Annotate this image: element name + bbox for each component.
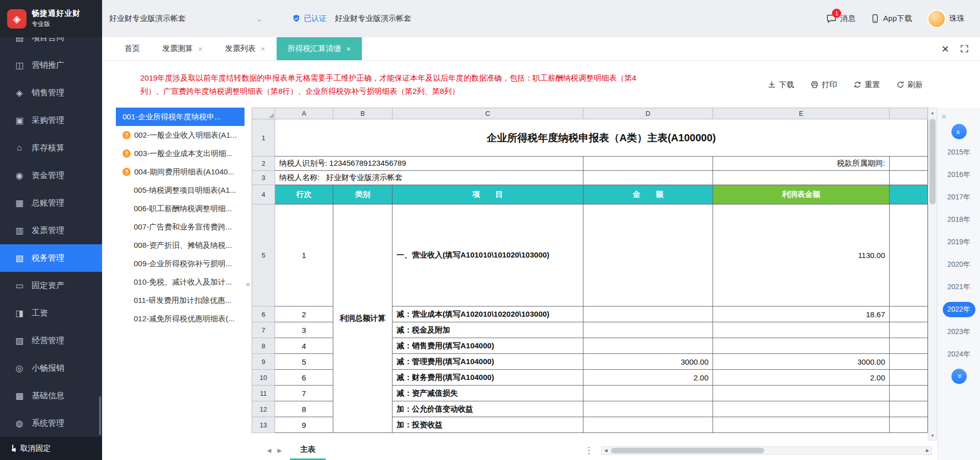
amount-cell[interactable] <box>583 401 713 417</box>
print-button[interactable]: 打印 <box>811 80 837 90</box>
sidebar-item-system[interactable]: ◍系统管理 <box>0 410 102 437</box>
amount-cell[interactable] <box>583 417 713 433</box>
line-no-cell[interactable]: 4 <box>275 338 333 354</box>
profit-cell[interactable] <box>713 386 890 401</box>
column-header-D[interactable]: D <box>583 108 713 119</box>
amount-cell[interactable] <box>583 306 713 322</box>
column-header-partial[interactable] <box>890 108 928 119</box>
taxpayer-id-cell[interactable]: 纳税人识别号: 123456789123456789 <box>275 157 583 171</box>
close-tab-icon[interactable]: × <box>198 44 203 53</box>
sidebar-item-marketing[interactable]: ◫营销推广 <box>0 52 102 79</box>
form-item-008[interactable]: 008-资产折旧、摊销及纳税... <box>116 236 244 254</box>
taxpayer-name-cell[interactable]: 纳税人名称: 好业财专业版演示帐套 <box>275 171 583 185</box>
item-cell[interactable]: 加：投资收益 <box>393 417 583 433</box>
item-cell[interactable]: 减：税金及附加 <box>393 322 583 338</box>
form-title-cell[interactable]: 企业所得税年度纳税申报表（A类）主表(A100000) <box>275 119 928 157</box>
horizontal-scrollbar[interactable]: ◀ ▶ <box>601 446 932 455</box>
header-partial[interactable] <box>890 185 928 205</box>
line-no-cell[interactable]: 6 <box>275 370 333 386</box>
scroll-left-icon[interactable]: ◀ <box>602 448 610 453</box>
row-header-3[interactable]: 3 <box>252 171 275 185</box>
unpin-sidebar-button[interactable]: ◀ 取消固定 <box>0 437 102 460</box>
collapse-panel-handle[interactable]: « <box>244 108 252 460</box>
close-tab-icon[interactable]: × <box>347 44 351 53</box>
amount-cell[interactable] <box>583 338 713 354</box>
sidebar-item-invoice[interactable]: ▥发票管理 <box>0 217 102 244</box>
header-amount[interactable]: 金 额 <box>583 185 713 205</box>
empty-cell[interactable] <box>890 370 928 386</box>
item-cell[interactable]: 减：销售费用(填写A104000) <box>393 338 583 354</box>
sidebar-item-sales[interactable]: ◈销售管理 <box>0 79 102 107</box>
header-profit-amount[interactable]: 利润表金额 <box>713 185 890 205</box>
year-2024[interactable]: 2024年 <box>943 347 975 362</box>
sidebar-item-general-ledger[interactable]: ▦总账管理 <box>0 189 102 217</box>
sidebar-item-inventory[interactable]: ⌂库存核算 <box>0 134 102 162</box>
close-tab-icon[interactable]: × <box>261 44 265 53</box>
year-2017[interactable]: 2017年 <box>943 190 975 205</box>
year-2018[interactable]: 2018年 <box>943 212 975 227</box>
form-item-001[interactable]: 001-企业所得税年度纳税申... <box>116 108 244 126</box>
workspace-select[interactable]: 好业财专业版演示帐套 ⌄ <box>109 14 262 23</box>
empty-cell[interactable] <box>583 157 713 171</box>
header-category[interactable]: 类别 <box>333 185 393 205</box>
download-button[interactable]: 下载 <box>768 80 794 90</box>
row-header-4[interactable]: 4 <box>252 185 275 205</box>
empty-cell[interactable] <box>890 386 928 401</box>
year-2019[interactable]: 2019年 <box>943 235 975 250</box>
row-header-1[interactable]: 1 <box>252 119 275 157</box>
item-cell[interactable]: 一、营业收入(填写A101010\101020\103000) <box>393 205 583 306</box>
line-no-cell[interactable]: 7 <box>275 386 333 401</box>
scroll-right-icon[interactable]: ▶ <box>923 448 932 453</box>
item-cell[interactable]: 减：管理费用(填写A104000) <box>393 354 583 370</box>
year-2022[interactable]: 2022年 <box>943 302 975 317</box>
reset-button[interactable]: 重置 <box>853 80 880 90</box>
close-icon[interactable]: × <box>942 43 949 55</box>
tab-invoice-estimate[interactable]: 发票测算× <box>151 37 214 60</box>
sidebar-item-tax[interactable]: ▧税务管理 <box>0 244 102 272</box>
category-group-cell[interactable]: 利润总额计算 <box>333 205 393 433</box>
tab-home[interactable]: 首页 <box>113 37 151 60</box>
profit-cell[interactable]: 2.00 <box>713 370 890 386</box>
row-header-6[interactable]: 6 <box>252 306 275 322</box>
vertical-scrollbar-thumb[interactable] <box>929 119 936 205</box>
sidebar-item-fixed-assets[interactable]: ▭固定资产 <box>0 272 102 299</box>
empty-cell[interactable] <box>890 417 928 433</box>
line-no-cell[interactable]: 1 <box>275 205 333 306</box>
item-cell[interactable]: 减：营业成本(填写A102010\102020\103000) <box>393 306 583 322</box>
item-cell[interactable]: 减：财务费用(填写A104000) <box>393 370 583 386</box>
item-cell[interactable]: 减：资产减值损失 <box>393 386 583 401</box>
amount-cell[interactable]: 2.00 <box>583 370 713 386</box>
form-item-002[interactable]: ?002-一般企业收入明细表(A1... <box>116 126 244 144</box>
vertical-scrollbar[interactable]: ▲ ▼ <box>928 108 937 441</box>
select-all-corner[interactable] <box>252 108 275 119</box>
year-2020[interactable]: 2020年 <box>943 257 975 272</box>
line-no-cell[interactable]: 8 <box>275 401 333 417</box>
sidebar-item-payroll[interactable]: ◨工资 <box>0 299 102 327</box>
amount-cell[interactable] <box>583 205 713 306</box>
fullscreen-icon[interactable] <box>960 44 969 53</box>
form-item-007[interactable]: 007-广告费和业务宣传费跨... <box>116 218 244 236</box>
form-item-006[interactable]: 006-职工薪酬纳税调整明细... <box>116 199 244 218</box>
sidebar-item-base-info[interactable]: ▩基础信息 <box>0 382 102 410</box>
profit-cell[interactable] <box>713 417 890 433</box>
year-2021[interactable]: 2021年 <box>943 279 975 295</box>
row-header-13[interactable]: 13 <box>252 417 275 433</box>
sheet-tab-main[interactable]: 主表 <box>290 441 326 460</box>
profit-cell[interactable]: 18.67 <box>713 306 890 322</box>
empty-cell[interactable] <box>890 171 928 185</box>
years-scroll-up-button[interactable]: « <box>951 124 967 139</box>
profit-cell[interactable] <box>713 401 890 417</box>
scroll-up-icon[interactable]: ▲ <box>928 108 937 117</box>
year-2023[interactable]: 2023年 <box>943 324 975 340</box>
amount-cell[interactable] <box>583 322 713 338</box>
form-item-009[interactable]: 009-企业所得税弥补亏损明... <box>116 254 244 273</box>
year-2016[interactable]: 2016年 <box>943 167 975 183</box>
sidebar-item-operations[interactable]: ▨经营管理 <box>0 327 102 354</box>
empty-cell[interactable] <box>890 401 928 417</box>
row-header-7[interactable]: 7 <box>252 322 275 338</box>
user-menu[interactable]: 珠珠 <box>927 10 965 28</box>
item-cell[interactable]: 加：公允价值变动收益 <box>393 401 583 417</box>
row-header-10[interactable]: 10 <box>252 370 275 386</box>
profit-cell[interactable] <box>713 338 890 354</box>
row-header-5[interactable]: 5 <box>252 205 275 306</box>
